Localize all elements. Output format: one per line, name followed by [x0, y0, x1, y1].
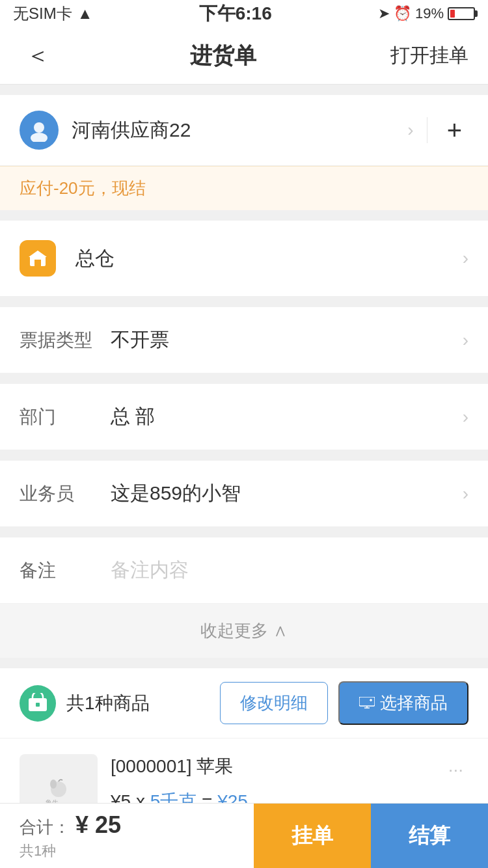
supplier-section: 河南供应商22 › + 应付-20元，现结: [0, 95, 488, 210]
salesperson-chevron-icon: ›: [463, 483, 468, 504]
salesperson-row[interactable]: 业务员 这是859的小智 ›: [0, 461, 488, 527]
product-more-button[interactable]: ···: [443, 754, 468, 785]
collapse-button[interactable]: 收起更多 ∧: [0, 604, 488, 658]
invoice-value: 不开票: [111, 327, 463, 353]
supplier-divider: [427, 117, 427, 143]
bottom-bar: 合计： ¥ 25 共1种 挂单 结算: [0, 803, 488, 868]
checkout-button[interactable]: 结算: [371, 804, 488, 868]
select-product-label: 选择商品: [380, 692, 448, 714]
total-amount: ¥ 25: [75, 811, 121, 839]
remark-section: 备注 备注内容: [0, 537, 488, 604]
product-name: [0000001] 苹果: [111, 754, 443, 779]
edit-detail-button[interactable]: 修改明细: [220, 682, 328, 724]
product-title: 苹果: [197, 756, 233, 776]
department-section: 部门 总 部 ›: [0, 384, 488, 450]
remark-placeholder[interactable]: 备注内容: [111, 557, 468, 584]
status-time: 下午6:16: [199, 1, 272, 26]
product-code: [0000001]: [111, 756, 197, 776]
status-right: ➤ ⏰ 19%: [378, 5, 475, 22]
add-supplier-button[interactable]: +: [441, 116, 468, 145]
total-sub: 共1种: [20, 841, 234, 861]
status-bar: 无SIM卡 ▲ 下午6:16 ➤ ⏰ 19%: [0, 0, 488, 27]
back-button[interactable]: ＜: [20, 33, 56, 78]
location-icon: ➤: [378, 5, 390, 22]
product-icon: [20, 685, 56, 722]
payment-notice: 应付-20元，现结: [0, 166, 488, 210]
warehouse-name: 总仓: [75, 245, 463, 272]
battery-percent: 19%: [415, 5, 444, 22]
product-count: 共1种商品: [66, 691, 220, 716]
remark-row[interactable]: 备注 备注内容: [0, 537, 488, 604]
supplier-name: 河南供应商22: [72, 117, 407, 144]
remark-label: 备注: [20, 558, 98, 583]
battery-icon: [448, 7, 475, 20]
department-chevron-icon: ›: [463, 407, 468, 427]
product-header: 共1种商品 修改明细 选择商品: [0, 668, 488, 739]
supplier-chevron-icon: ›: [407, 120, 413, 141]
invoice-label: 票据类型: [20, 328, 98, 353]
alarm-icon: ⏰: [394, 5, 411, 22]
svg-point-1: [31, 133, 47, 142]
warehouse-icon: [20, 240, 56, 277]
invoice-section: 票据类型 不开票 ›: [0, 307, 488, 373]
total-label: 合计：: [20, 816, 70, 839]
warehouse-chevron-icon: ›: [463, 248, 468, 269]
invoice-row[interactable]: 票据类型 不开票 ›: [0, 307, 488, 373]
total-section: 合计： ¥ 25 共1种: [0, 804, 254, 868]
salesperson-value: 这是859的小智: [111, 480, 463, 507]
department-label: 部门: [20, 405, 98, 429]
supplier-row[interactable]: 河南供应商22 › +: [0, 95, 488, 166]
total-main: 合计： ¥ 25: [20, 811, 234, 839]
page-title: 进货单: [190, 41, 256, 71]
wifi-icon: ▲: [77, 5, 93, 23]
salesperson-section: 业务员 这是859的小智 ›: [0, 461, 488, 527]
nav-bar: ＜ 进货单 打开挂单: [0, 27, 488, 85]
select-product-button[interactable]: 选择商品: [338, 681, 468, 725]
warehouse-section: 总仓 ›: [0, 221, 488, 297]
department-value: 总 部: [111, 403, 463, 430]
salesperson-label: 业务员: [20, 481, 98, 506]
svg-point-0: [34, 122, 44, 133]
open-hang-button[interactable]: 打开挂单: [390, 42, 468, 69]
supplier-avatar: [20, 111, 59, 150]
svg-rect-6: [36, 703, 40, 707]
warehouse-row[interactable]: 总仓 ›: [0, 221, 488, 297]
carrier-label: 无SIM卡: [13, 3, 72, 24]
svg-rect-7: [359, 697, 375, 706]
svg-marker-3: [29, 251, 47, 257]
status-left: 无SIM卡 ▲: [13, 3, 92, 24]
invoice-chevron-icon: ›: [463, 330, 468, 351]
hang-button[interactable]: 挂单: [254, 804, 371, 868]
svg-rect-4: [34, 260, 41, 266]
svg-point-13: [50, 780, 57, 789]
department-row[interactable]: 部门 总 部 ›: [0, 384, 488, 450]
